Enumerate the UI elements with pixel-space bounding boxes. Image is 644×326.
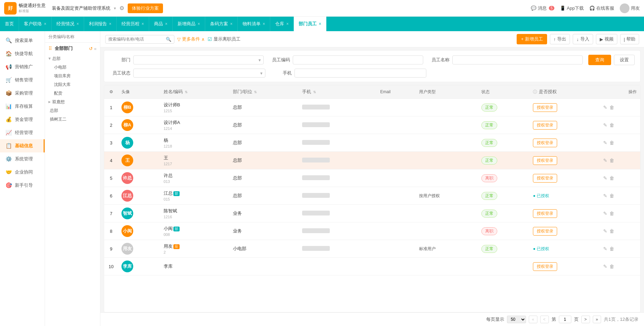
dept-collapse-icon[interactable]: « [94, 46, 97, 51]
tab-history[interactable]: 经营历程× [117, 17, 149, 31]
online-service-button[interactable]: 🎧 在线客服 [589, 5, 614, 11]
edit-icon[interactable]: ✎ [603, 246, 607, 252]
sidebar-item-search[interactable]: 🔍 搜索菜单 [0, 34, 45, 47]
tab-barcode[interactable]: 条码方案× [205, 17, 238, 31]
app-download-button[interactable]: 📱 App下载 [560, 5, 584, 11]
dept-section-0[interactable]: ▾总部 [45, 54, 100, 63]
tab-bom[interactable]: 物料清单× [238, 17, 270, 31]
close-tab-customer[interactable]: × [44, 21, 46, 26]
dept-section-2[interactable]: 总部 [45, 106, 100, 115]
close-tab-profit[interactable]: × [109, 21, 111, 26]
per-page-select[interactable]: 50 100 [507, 316, 526, 323]
auth-button[interactable]: 授权登录 [533, 103, 557, 112]
delete-icon[interactable]: 🗑 [609, 158, 614, 163]
delete-icon[interactable]: 🗑 [609, 140, 614, 146]
phone-sort-icon[interactable]: ⇅ [313, 90, 316, 94]
phone-input[interactable] [294, 69, 427, 78]
add-employee-button[interactable]: + 新增员工 [517, 34, 547, 44]
settings-icon[interactable]: ⚙ [119, 5, 124, 11]
tab-warehouse[interactable]: 仓库× [270, 17, 294, 31]
edit-icon[interactable]: ✎ [603, 264, 607, 269]
sidebar-item-inventory[interactable]: 📊 库存核算 [0, 100, 45, 113]
close-tab-bom[interactable]: × [263, 21, 265, 26]
sidebar-item-finance[interactable]: 💰 资金管理 [0, 113, 45, 126]
import-button[interactable]: ↓ 导入 [573, 34, 593, 44]
more-conditions-button[interactable]: ▽ 更多条件 ∧ [177, 36, 205, 42]
delete-icon[interactable]: 🗑 [609, 264, 614, 269]
delete-icon[interactable]: 🗑 [609, 175, 614, 181]
view-button[interactable]: ▶ 视频 [596, 34, 617, 44]
close-tab-department[interactable]: × [319, 21, 321, 26]
close-tab-goods[interactable]: × [165, 21, 167, 26]
edit-icon[interactable]: ✎ [603, 211, 607, 216]
close-tab-operation[interactable]: × [76, 21, 79, 26]
edit-icon[interactable]: ✎ [603, 158, 607, 163]
dropdown-icon[interactable]: ▾ [114, 6, 116, 11]
set-button[interactable]: 设置 [614, 55, 635, 65]
dept-refresh-icon[interactable]: ↺ [89, 46, 93, 51]
tab-home[interactable]: 首页 [0, 17, 19, 31]
sidebar-item-sales[interactable]: 🛒 销售管理 [0, 73, 45, 87]
name-sort-icon[interactable]: ⇅ [185, 90, 188, 94]
message-button[interactable]: 💬 消息 5 [531, 5, 554, 11]
status-select[interactable] [133, 69, 265, 78]
help-button[interactable]: | 帮助 [620, 34, 639, 44]
dept-all-header[interactable]: ⠿ 全部部门 ↺ « [45, 43, 100, 54]
sidebar-item-basic[interactable]: 📋 基础信息 [0, 139, 45, 152]
edit-icon[interactable]: ✎ [603, 228, 607, 234]
sidebar-item-management[interactable]: 📈 经营管理 [0, 126, 45, 139]
dept-child-shenyang[interactable]: 沈阳大库 [51, 80, 100, 89]
tab-goods[interactable]: 商品× [149, 17, 173, 31]
dept-select[interactable] [133, 55, 264, 64]
employee-code-input[interactable] [293, 55, 423, 64]
dept-child-project[interactable]: 项目库房 [51, 72, 100, 80]
next-page-button[interactable]: > [581, 316, 590, 323]
edit-icon[interactable]: ✎ [603, 175, 607, 181]
auth-button[interactable]: 授权登录 [533, 139, 557, 147]
sidebar-item-marketing[interactable]: 📢 营销推广 [0, 60, 45, 73]
auth-button[interactable]: 授权登录 [533, 262, 557, 271]
dept-section-1[interactable]: ▸双鹿想 [45, 98, 100, 106]
search-input[interactable] [108, 37, 164, 42]
close-tab-barcode[interactable]: × [230, 21, 233, 26]
query-button[interactable]: 查询 [588, 55, 611, 65]
tab-department[interactable]: 部门员工× [294, 17, 326, 31]
sidebar-item-nav[interactable]: 🏠 快捷导航 [0, 47, 45, 60]
dept-child-xiaodian[interactable]: 小电部 [51, 63, 100, 72]
auth-button[interactable]: 授权登录 [533, 121, 557, 130]
trial-button[interactable]: 体验行业方案 [128, 3, 163, 13]
edit-icon[interactable]: ✎ [603, 105, 607, 110]
tab-new-goods[interactable]: 新增商品× [173, 17, 205, 31]
delete-icon[interactable]: 🗑 [609, 246, 614, 252]
export-button[interactable]: ↑ 导出 [550, 34, 570, 44]
edit-icon[interactable]: ✎ [603, 122, 607, 128]
dept-sort-icon[interactable]: ⇅ [254, 90, 257, 94]
delete-icon[interactable]: 🗑 [609, 211, 614, 216]
delete-icon[interactable]: 🗑 [609, 105, 614, 110]
delete-icon[interactable]: 🗑 [609, 122, 614, 128]
tab-customer[interactable]: 客户联络× [19, 17, 52, 31]
auth-button[interactable]: 授权登录 [533, 227, 557, 236]
tab-profit[interactable]: 利润报告× [84, 17, 117, 31]
user-area[interactable]: 用友 [620, 3, 640, 13]
sidebar-item-purchase[interactable]: 📦 采购管理 [0, 87, 45, 100]
last-page-button[interactable]: » [593, 316, 601, 323]
close-tab-new-goods[interactable]: × [198, 21, 200, 26]
edit-icon[interactable]: ✎ [603, 140, 607, 146]
auth-button[interactable]: 授权登录 [533, 156, 557, 165]
close-tab-history[interactable]: × [142, 21, 144, 26]
edit-icon[interactable]: ✎ [603, 193, 607, 199]
tab-operation[interactable]: 经营情况× [52, 17, 84, 31]
dept-search-input[interactable] [48, 34, 100, 39]
close-tab-warehouse[interactable]: × [286, 21, 289, 26]
employee-name-input[interactable] [452, 55, 583, 64]
delete-icon[interactable]: 🗑 [609, 228, 614, 234]
page-input[interactable] [559, 316, 571, 323]
show-inactive-toggle[interactable]: ☑ 显示离职员工 [208, 36, 241, 42]
sidebar-item-system[interactable]: ⚙️ 系统管理 [0, 152, 45, 166]
delete-icon[interactable]: 🗑 [609, 193, 614, 199]
auth-button[interactable]: 授权登录 [533, 209, 557, 218]
prev-page-button[interactable]: < [540, 316, 549, 323]
auth-button[interactable]: 授权登录 [533, 174, 557, 183]
sidebar-item-guide[interactable]: 🎯 新手引导 [0, 179, 45, 192]
